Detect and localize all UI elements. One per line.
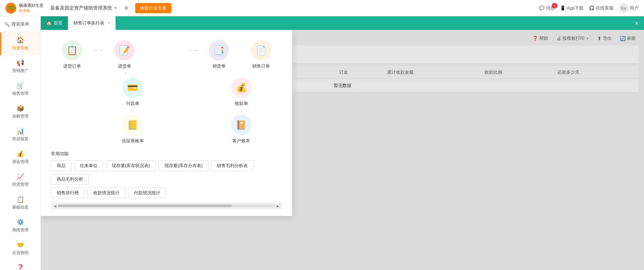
message-item[interactable]: 💬 消息 6 bbox=[539, 5, 555, 11]
quick-nav-icon: 🏠 bbox=[17, 36, 24, 44]
avatar-text: Ea bbox=[621, 6, 626, 10]
func-btn-receipt-stats[interactable]: 收款情况统计 bbox=[87, 187, 125, 198]
main-layout: 🔍 搜索菜单 🏠 快捷导航 📢 营销推广 🛒 销售管理 📦 采购管理 bbox=[0, 16, 644, 270]
page-content: ❓ 帮助 🖨 按模板打印 ▼ ⬆ 导出 🔄 刷新 bbox=[41, 30, 644, 270]
sidebar-item-basic[interactable]: 📋 基础信息 bbox=[0, 192, 40, 214]
func-btn-product[interactable]: 商品 bbox=[51, 160, 71, 171]
collab-icon: 🤝 bbox=[17, 241, 24, 249]
func-btn-product-margin[interactable]: 商品毛利分析 bbox=[51, 174, 89, 185]
sidebar-item-sales[interactable]: 🛒 销售管理 bbox=[0, 78, 40, 101]
arrow-down-supplier: ↓ bbox=[105, 108, 160, 113]
scroll-thumb[interactable] bbox=[58, 204, 232, 207]
sales-order-label: 销售订单 bbox=[252, 63, 270, 69]
experience-button[interactable]: 体验行业方案 bbox=[135, 3, 171, 13]
inventory-icon: 📊 bbox=[17, 127, 24, 135]
payment-icon: 💳 bbox=[127, 83, 138, 93]
quick-nav-label: 快捷导航 bbox=[12, 45, 29, 51]
flow-node-receipt[interactable]: 💰 收款单 bbox=[231, 77, 251, 107]
popup-overlay[interactable]: 📋 进货订单 - - - → bbox=[41, 30, 644, 270]
search-icon: 🔍 bbox=[4, 22, 10, 27]
logo-icon: 🌿 bbox=[5, 3, 16, 14]
purchase-bill-circle: 📝 bbox=[114, 40, 135, 60]
tab-close-icon[interactable]: × bbox=[108, 21, 110, 25]
top-bar: 🌿 畅康通好生意 标准版 装备及固定资产辅助管理系统 ▼ ⚙ 体验行业方案 💬 … bbox=[0, 0, 644, 16]
search-menu-label: 搜索菜单 bbox=[12, 21, 29, 27]
app-download-item[interactable]: 📱 App下载 bbox=[560, 5, 584, 11]
chevron-down-icon: ▼ bbox=[114, 6, 118, 11]
inventory-label: 库存核算 bbox=[12, 136, 29, 142]
message-icon: 💬 bbox=[539, 5, 544, 11]
flow-row-3-arrows: ↓ ↓ bbox=[51, 108, 282, 113]
collab-label: 企业协同 bbox=[12, 250, 29, 256]
marketing-icon: 📢 bbox=[17, 59, 24, 67]
flow-node-customer-ledger[interactable]: 📔 客户账本 bbox=[231, 115, 251, 144]
down-arrow-customer-icon: ↓ bbox=[240, 108, 243, 113]
tab-bar: 🏠 首页 销售订单执行表 × ✕ bbox=[41, 16, 644, 30]
sales-bill-icon: 📑 bbox=[213, 45, 224, 56]
settings-icon[interactable]: ⚙ bbox=[122, 3, 131, 13]
tab-sales-order-exec[interactable]: 销售订单执行表 × bbox=[68, 16, 116, 30]
home-icon: 🏠 bbox=[46, 21, 52, 26]
purchase-order-circle: 📋 bbox=[62, 40, 82, 60]
tab-home-label: 首页 bbox=[54, 20, 63, 26]
online-service-label: 在线客服 bbox=[596, 5, 613, 11]
system-title-dropdown[interactable]: 装备及固定资产辅助管理系统 ▼ bbox=[50, 5, 118, 11]
purchase-label: 采购管理 bbox=[12, 113, 29, 119]
window-controls: ✕ bbox=[632, 18, 644, 28]
arrow-sales-order-to-bill: ← - - - bbox=[188, 40, 198, 54]
flow-node-sales-bill[interactable]: 📑 销货单 bbox=[209, 40, 229, 69]
func-btn-sales-margin[interactable]: 销售毛利分析表 bbox=[211, 160, 254, 171]
scroll-right-icon[interactable]: ▶ bbox=[275, 204, 281, 208]
system-icon: ⚙️ bbox=[17, 218, 24, 226]
sidebar-item-marketing[interactable]: 📢 营销推广 bbox=[0, 55, 40, 78]
flow-node-supplier-ledger[interactable]: 📒 供应商账本 bbox=[122, 115, 144, 144]
sidebar-item-quick-nav[interactable]: 🏠 快捷导航 bbox=[0, 32, 40, 55]
basic-label: 基础信息 bbox=[12, 204, 29, 210]
receipt-label: 收款单 bbox=[235, 101, 248, 107]
flow-cell-sales-order: 📄 销售订单 bbox=[240, 40, 282, 69]
app-download-icon: 📱 bbox=[560, 5, 565, 11]
sidebar-item-newbie[interactable]: ❓ 新手引导 bbox=[0, 260, 40, 270]
finance-icon: 💰 bbox=[17, 150, 24, 158]
avatar: Ea bbox=[619, 3, 628, 13]
func-btn-sales-rank[interactable]: 销售排行榜 bbox=[51, 187, 85, 198]
scroll-left-icon[interactable]: ◀ bbox=[52, 204, 58, 208]
sidebar-item-finance[interactable]: 💰 资金管理 bbox=[0, 146, 40, 169]
window-close-button[interactable]: ✕ bbox=[632, 18, 641, 28]
sidebar-item-inventory[interactable]: 📊 库存核算 bbox=[0, 123, 40, 146]
newbie-icon: ❓ bbox=[17, 264, 24, 270]
flow-node-payment[interactable]: 💳 付款单 bbox=[122, 77, 143, 107]
func-btn-stock-dist[interactable]: 现存量(库存分布表) bbox=[159, 160, 209, 171]
customer-ledger-label: 客户账本 bbox=[232, 138, 250, 144]
user-item[interactable]: Ea 用户 bbox=[619, 3, 639, 13]
dashed-arrow-1: - - - → bbox=[93, 47, 103, 54]
sidebar-item-system[interactable]: ⚙️ 系统管理 bbox=[0, 214, 40, 237]
bottom-scrollbar[interactable]: ◀ ▶ bbox=[51, 202, 282, 209]
search-menu-button[interactable]: 🔍 搜索菜单 bbox=[3, 20, 38, 29]
online-service-icon: 🎧 bbox=[589, 5, 594, 11]
purchase-order-icon: 📋 bbox=[67, 45, 77, 56]
sidebar-item-purchase[interactable]: 📦 采购管理 bbox=[0, 101, 40, 123]
operation-icon: 📈 bbox=[17, 173, 24, 180]
sidebar-item-operation[interactable]: 📈 经营管理 bbox=[0, 169, 40, 192]
scroll-track[interactable] bbox=[58, 204, 275, 207]
flow-node-sales-order[interactable]: 📄 销售订单 bbox=[251, 40, 271, 69]
flow-node-purchase-bill[interactable]: 📝 进货单 bbox=[114, 40, 135, 69]
marketing-label: 营销推广 bbox=[12, 68, 29, 74]
online-service-item[interactable]: 🎧 在线客服 bbox=[589, 5, 613, 11]
common-functions: 常用功能 商品 往来单位 现存量(库存状况表) 现存量(库存分布表) 销售毛利分… bbox=[51, 151, 282, 198]
message-badge: 6 bbox=[552, 3, 557, 8]
tab-home[interactable]: 🏠 首页 bbox=[41, 16, 68, 30]
func-btn-stock-status[interactable]: 现存量(库存状况表) bbox=[106, 160, 156, 171]
func-btn-counterparty[interactable]: 往来单位 bbox=[74, 160, 103, 171]
sales-order-icon: 📄 bbox=[256, 45, 266, 56]
sales-bill-label: 销货单 bbox=[212, 63, 226, 69]
sidebar-item-collab[interactable]: 🤝 企业协同 bbox=[0, 237, 40, 260]
arrow-down-customer: ↓ bbox=[214, 108, 268, 113]
common-functions-title: 常用功能 bbox=[51, 151, 282, 157]
active-indicator bbox=[0, 32, 1, 55]
func-btn-payment-stats[interactable]: 付款情况统计 bbox=[128, 187, 166, 198]
sidebar: 🔍 搜索菜单 🏠 快捷导航 📢 营销推广 🛒 销售管理 📦 采购管理 bbox=[0, 16, 41, 270]
top-bar-left: 🌿 畅康通好生意 标准版 装备及固定资产辅助管理系统 ▼ ⚙ 体验行业方案 bbox=[5, 3, 171, 14]
flow-node-purchase-order[interactable]: 📋 进货订单 bbox=[62, 40, 82, 69]
